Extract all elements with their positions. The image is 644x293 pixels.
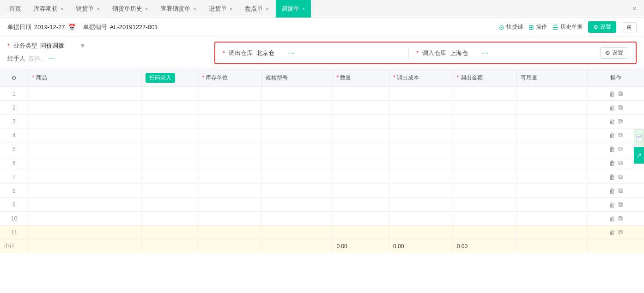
cell-qty[interactable] bbox=[333, 128, 389, 142]
cell-product[interactable] bbox=[28, 184, 141, 198]
copy-icon[interactable]: ⧉ bbox=[618, 90, 623, 98]
cell-product[interactable] bbox=[28, 142, 141, 156]
delete-icon[interactable]: 🗑 bbox=[609, 118, 615, 125]
cell-product[interactable] bbox=[28, 170, 141, 184]
cell-cost[interactable] bbox=[389, 170, 453, 184]
cell-unit[interactable] bbox=[198, 184, 262, 198]
tab-view-sales-close[interactable]: × bbox=[193, 6, 196, 12]
delete-icon[interactable]: 🗑 bbox=[609, 201, 615, 208]
tab-sales[interactable]: 销货单 × bbox=[70, 0, 105, 18]
cell-cost[interactable] bbox=[389, 115, 453, 128]
copy-icon[interactable]: ⧉ bbox=[618, 228, 623, 236]
cell-amount[interactable] bbox=[453, 87, 516, 101]
cell-qty[interactable] bbox=[333, 170, 389, 184]
copy-icon[interactable]: ⧉ bbox=[618, 159, 623, 167]
cell-spec[interactable] bbox=[262, 198, 333, 212]
tab-sales-history-close[interactable]: × bbox=[145, 6, 148, 12]
cell-spec[interactable] bbox=[262, 142, 333, 156]
cell-amount[interactable] bbox=[453, 184, 516, 198]
cell-spec[interactable] bbox=[262, 101, 333, 115]
transfer-out-more-btn[interactable]: ··· bbox=[288, 49, 295, 57]
history-action[interactable]: ☰ 历史单据 bbox=[553, 23, 583, 31]
cell-spec[interactable] bbox=[262, 128, 333, 142]
tab-sales-close[interactable]: × bbox=[97, 6, 99, 12]
cell-cost[interactable] bbox=[389, 87, 453, 101]
cell-qty[interactable] bbox=[333, 101, 389, 115]
cell-qty[interactable] bbox=[333, 184, 389, 198]
delete-icon[interactable]: 🗑 bbox=[609, 132, 615, 139]
biz-type-select[interactable]: 同价调拨 ▼ bbox=[40, 42, 85, 50]
copy-icon[interactable]: ⧉ bbox=[618, 117, 623, 125]
cell-product[interactable] bbox=[28, 115, 141, 128]
cell-unit[interactable] bbox=[198, 87, 262, 101]
cell-unit[interactable] bbox=[198, 101, 262, 115]
copy-icon[interactable]: ⧉ bbox=[618, 145, 623, 153]
tab-opening[interactable]: 库存期初 × bbox=[28, 0, 69, 18]
cell-amount[interactable] bbox=[453, 198, 516, 212]
person-placeholder[interactable]: 选择... bbox=[28, 55, 45, 63]
cell-amount[interactable] bbox=[453, 115, 516, 128]
operations-action[interactable]: ⊞ 操作 bbox=[529, 23, 547, 31]
cell-product[interactable] bbox=[28, 128, 141, 142]
copy-icon[interactable]: ⧉ bbox=[618, 214, 623, 222]
cell-spec[interactable] bbox=[262, 156, 333, 170]
cell-amount[interactable] bbox=[453, 142, 516, 156]
transfer-in-more-btn[interactable]: ··· bbox=[481, 49, 489, 57]
tab-purchase[interactable]: 进货单 × bbox=[203, 0, 238, 18]
calendar-icon[interactable]: 📅 bbox=[68, 24, 76, 31]
cell-product[interactable] bbox=[28, 198, 141, 212]
delete-icon[interactable]: 🗑 bbox=[609, 229, 615, 236]
cell-qty[interactable] bbox=[333, 142, 389, 156]
cell-amount[interactable] bbox=[453, 101, 516, 115]
cell-spec[interactable] bbox=[262, 87, 333, 101]
copy-icon[interactable]: ⧉ bbox=[618, 187, 623, 195]
person-more-btn[interactable]: ··· bbox=[48, 55, 55, 63]
cell-spec[interactable] bbox=[262, 115, 333, 128]
cell-unit[interactable] bbox=[198, 156, 262, 170]
cell-cost[interactable] bbox=[389, 156, 453, 170]
copy-icon[interactable]: ⧉ bbox=[618, 104, 623, 111]
delete-icon[interactable]: 🗑 bbox=[609, 187, 615, 195]
cell-unit[interactable] bbox=[198, 142, 262, 156]
cell-unit[interactable] bbox=[198, 212, 262, 226]
cell-qty[interactable] bbox=[333, 87, 389, 101]
cell-qty[interactable] bbox=[333, 212, 389, 226]
copy-icon[interactable]: ⧉ bbox=[618, 201, 623, 208]
cell-qty[interactable] bbox=[333, 115, 389, 128]
cell-cost[interactable] bbox=[389, 184, 453, 198]
biz-type-dropdown-icon[interactable]: ▼ bbox=[80, 43, 85, 49]
cell-spec[interactable] bbox=[262, 184, 333, 198]
delete-icon[interactable]: 🗑 bbox=[609, 215, 615, 222]
cell-cost[interactable] bbox=[389, 142, 453, 156]
tab-transfer-close[interactable]: × bbox=[302, 6, 305, 12]
cell-qty[interactable] bbox=[333, 198, 389, 212]
delete-icon[interactable]: 🗑 bbox=[609, 146, 615, 153]
cell-cost[interactable] bbox=[389, 101, 453, 115]
settings-button[interactable]: ⚙ 设置 bbox=[588, 21, 616, 33]
cell-product[interactable] bbox=[28, 87, 141, 101]
delete-icon[interactable]: 🗑 bbox=[609, 173, 615, 181]
grid-view-button[interactable]: ⊞ bbox=[622, 22, 637, 32]
cell-amount[interactable] bbox=[453, 212, 516, 226]
tab-inventory[interactable]: 盘点单 × bbox=[239, 0, 274, 18]
cell-unit[interactable] bbox=[198, 170, 262, 184]
cell-spec[interactable] bbox=[262, 170, 333, 184]
scan-button[interactable]: 扫码录入 bbox=[146, 73, 175, 83]
delete-icon[interactable]: 🗑 bbox=[609, 159, 615, 167]
cell-cost[interactable] bbox=[389, 128, 453, 142]
cell-qty[interactable] bbox=[333, 156, 389, 170]
th-settings[interactable]: ⚙ bbox=[0, 69, 28, 87]
cell-cost[interactable] bbox=[389, 198, 453, 212]
cell-amount[interactable] bbox=[453, 156, 516, 170]
cell-product[interactable] bbox=[28, 101, 141, 115]
cell-spec[interactable] bbox=[262, 212, 333, 226]
tab-home[interactable]: 首页 bbox=[4, 0, 27, 18]
float-expand-btn[interactable]: ↗ bbox=[634, 147, 644, 164]
cell-unit[interactable] bbox=[198, 198, 262, 212]
cell-unit[interactable] bbox=[198, 115, 262, 128]
copy-icon[interactable]: ⧉ bbox=[618, 131, 623, 139]
shortcuts-action[interactable]: ⊙ 快捷键 bbox=[499, 23, 523, 31]
cell-amount[interactable] bbox=[453, 170, 516, 184]
tab-opening-close[interactable]: × bbox=[61, 6, 63, 12]
float-doc-btn[interactable]: 📄 bbox=[634, 129, 644, 146]
